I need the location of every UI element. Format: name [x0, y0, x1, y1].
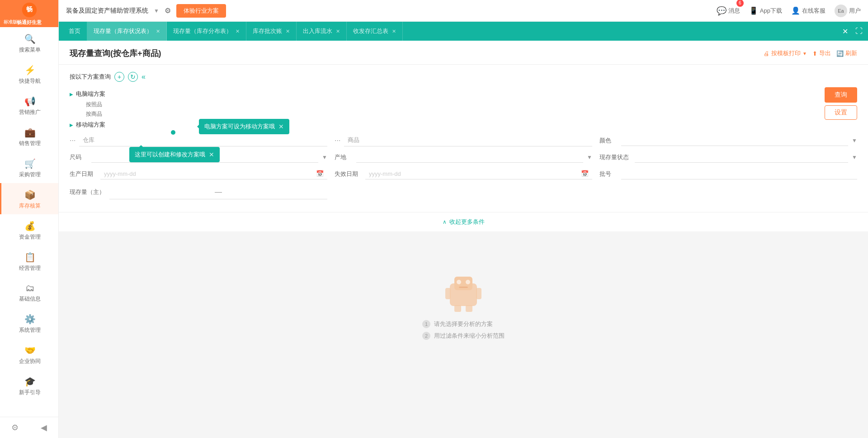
- prod-date-input[interactable]: yyyy-mm-dd 📅: [100, 168, 327, 179]
- sidebar-item-finance[interactable]: 💰 资金管理: [0, 214, 58, 245]
- sidebar-item-system[interactable]: ⚙️ 系统管理: [0, 307, 58, 339]
- tab-inout-flow-label: 出入库流水: [303, 27, 332, 35]
- scheme-desktop-subs: 按照品 按商品: [79, 100, 857, 119]
- batch-no-input[interactable]: [621, 169, 857, 179]
- scheme-mobile-item[interactable]: ▶ 移动端方案: [70, 119, 857, 131]
- collapse-sidebar-icon[interactable]: ◀: [41, 423, 47, 433]
- tip-num-1: 1: [422, 320, 430, 328]
- print-btn[interactable]: 🖨 按模板打印 ▼: [764, 49, 807, 57]
- sidebar-item-label: 经营管理: [19, 264, 41, 272]
- sidebar-item-label: 营销推广: [19, 108, 41, 116]
- stock-main-input-from[interactable]: [113, 187, 211, 197]
- header-right: 💬 6 消息 📱 App下载 👤 在线客服 Ea 用户: [717, 5, 861, 17]
- app-download-item[interactable]: 📱 App下载: [749, 6, 782, 15]
- goods-dots[interactable]: ···: [335, 137, 340, 145]
- tip-1-text: 请先选择要分析的方案: [434, 320, 493, 328]
- add-filter-btn[interactable]: +: [114, 72, 124, 82]
- service-icon: 👤: [791, 6, 800, 15]
- filter-left-arrow[interactable]: «: [142, 73, 146, 81]
- reset-btn[interactable]: 设置: [825, 105, 857, 120]
- origin-input[interactable]: [356, 152, 583, 163]
- online-service-item[interactable]: 👤 在线客服: [791, 6, 826, 15]
- sidebar-item-quick-nav[interactable]: ⚡ 快捷导航: [0, 58, 58, 89]
- warehouse-dots[interactable]: ···: [70, 137, 75, 145]
- sidebar-item-basic-info[interactable]: 🗂 基础信息: [0, 277, 58, 307]
- tab-inventory-dist[interactable]: 现存量（库存分布表） ✕: [167, 22, 246, 41]
- sidebar-item-label: 基础信息: [19, 295, 41, 303]
- size-dropdown-icon[interactable]: ▼: [322, 154, 327, 160]
- tab-inventory-status[interactable]: 现存量（库存状况表） ✕: [87, 22, 167, 41]
- scheme-sub-item-1[interactable]: 按照品: [79, 100, 857, 109]
- message-item[interactable]: 💬 6 消息: [717, 6, 740, 16]
- sidebar-item-label: 采购管理: [19, 171, 41, 179]
- tab-close-icon[interactable]: ✕: [236, 28, 240, 34]
- message-icon: 💬: [717, 6, 726, 16]
- expiry-date-cal-icon[interactable]: 📅: [581, 170, 589, 177]
- tooltip-2-close[interactable]: ✕: [209, 151, 214, 158]
- settings-icon[interactable]: ⚙: [165, 6, 171, 15]
- sidebar-item-operation[interactable]: 📋 经营管理: [0, 245, 58, 277]
- color-dropdown-icon[interactable]: ▼: [852, 137, 857, 144]
- settings-bottom-icon[interactable]: ⚙: [11, 423, 19, 433]
- user-item[interactable]: Ea 用户: [835, 5, 861, 17]
- avatar-text: Ea: [838, 8, 844, 14]
- empty-illustration: [441, 268, 486, 313]
- tab-inventory-batch-label: 库存批次账: [253, 27, 282, 35]
- collapse-bar[interactable]: ∧ 收起更多条件: [59, 212, 868, 231]
- sidebar-item-search-menu[interactable]: 🔍 搜索菜单: [0, 27, 58, 58]
- inventory-icon: 📦: [24, 189, 36, 200]
- stock-status-dropdown-icon[interactable]: ▼: [852, 154, 857, 160]
- sidebar-item-label: 快捷导航: [19, 77, 41, 85]
- filter-section: 按以下方案查询 + ↻ « ▶ 电脑端方案 按照品 按商品: [59, 65, 868, 212]
- prod-date-cal-icon[interactable]: 📅: [316, 170, 324, 177]
- sidebar-item-beginner[interactable]: 🎓 新手引导: [0, 370, 58, 401]
- sidebar-item-inventory[interactable]: 📦 库存核算: [0, 183, 58, 214]
- scheme-desktop-item[interactable]: ▶ 电脑端方案: [70, 88, 857, 100]
- svg-point-5: [466, 280, 470, 284]
- sidebar-bottom: ⚙ ◀: [0, 417, 58, 438]
- tab-close-icon[interactable]: ✕: [336, 28, 340, 34]
- origin-dropdown-icon[interactable]: ▼: [587, 154, 592, 160]
- tab-home[interactable]: 首页: [62, 22, 87, 41]
- filter-header: 按以下方案查询 + ↻ «: [70, 72, 857, 82]
- dropdown-icon[interactable]: ▼: [154, 8, 159, 14]
- sidebar-item-purchase[interactable]: 🛒 采购管理: [0, 152, 58, 183]
- message-label: 消息: [728, 7, 740, 15]
- dot-indicator: [171, 130, 175, 135]
- sidebar-item-label: 新手引导: [19, 389, 41, 396]
- filter-field-prod-date: 生产日期 yyyy-mm-dd 📅: [70, 168, 327, 179]
- tab-expand-icon[interactable]: ⛶: [854, 27, 864, 35]
- refresh-btn[interactable]: 🔄 刷新: [836, 49, 857, 57]
- tab-inventory-batch[interactable]: 库存批次账 ✕: [246, 22, 297, 41]
- tab-close-icon[interactable]: ✕: [286, 28, 290, 34]
- industry-btn[interactable]: 体验行业方案: [176, 4, 226, 18]
- user-label: 用户: [849, 7, 861, 15]
- tab-collect-summary[interactable]: 收发存汇总表 ✕: [347, 22, 403, 41]
- beginner-icon: 🎓: [24, 376, 36, 387]
- sidebar-item-sales[interactable]: 💼 销售管理: [0, 121, 58, 152]
- tab-close-icon[interactable]: ✕: [156, 28, 160, 34]
- tooltip-1-close[interactable]: ✕: [278, 123, 284, 130]
- warehouse-select[interactable]: 仓库: [79, 134, 327, 146]
- tooltip-2-text: 这里可以创建和修改方案哦: [135, 151, 205, 159]
- sidebar-nav: 🔍 搜索菜单 ⚡ 快捷导航 📢 营销推广 💼 销售管理 🛒 采购管理 📦 库存核…: [0, 27, 58, 417]
- tab-close-all-icon[interactable]: ✕: [840, 27, 850, 36]
- scheme-sub-item-2[interactable]: 按商品: [79, 109, 857, 119]
- sales-icon: 💼: [24, 127, 36, 138]
- stock-status-input[interactable]: [635, 152, 848, 163]
- tooltip-1-text: 电脑方案可设为移动方案哦: [204, 122, 275, 131]
- tab-inout-flow[interactable]: 出入库流水 ✕: [297, 22, 347, 41]
- export-btn[interactable]: ⬆ 导出: [812, 49, 831, 57]
- tab-close-icon[interactable]: ✕: [392, 28, 396, 34]
- refresh-filter-btn[interactable]: ↻: [128, 72, 138, 82]
- sidebar-item-marketing[interactable]: 📢 营销推广: [0, 89, 58, 121]
- sidebar-item-enterprise[interactable]: 🤝 企业协同: [0, 339, 58, 370]
- expiry-date-input[interactable]: yyyy-mm-dd 📅: [365, 168, 592, 179]
- search-btn[interactable]: 查询: [825, 87, 857, 103]
- color-input[interactable]: [621, 135, 848, 146]
- svg-rect-7: [445, 288, 451, 299]
- goods-select[interactable]: 商品: [344, 134, 592, 146]
- stock-main-input-to[interactable]: [226, 187, 324, 197]
- page-actions: 🖨 按模板打印 ▼ ⬆ 导出 🔄 刷新: [764, 49, 857, 57]
- prod-date-placeholder: yyyy-mm-dd: [104, 170, 136, 177]
